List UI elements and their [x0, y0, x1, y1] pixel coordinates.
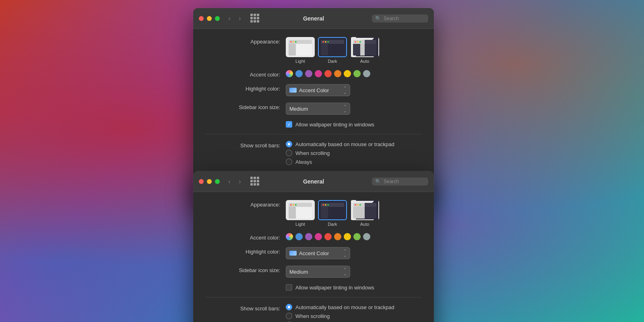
- thumb-main: [328, 207, 344, 219]
- sidebar-icon-size-value-top: Medium: [289, 106, 308, 112]
- scroll-auto-radio-bottom[interactable]: [286, 304, 292, 310]
- scroll-auto-radio-top[interactable]: [286, 141, 292, 147]
- accent-yellow-bottom[interactable]: [344, 233, 351, 240]
- grid-dot: [250, 183, 253, 186]
- accent-pink-top[interactable]: [315, 70, 322, 77]
- wallpaper-tinting-checkbox-bottom[interactable]: [286, 284, 292, 291]
- auto-label-bottom: Auto: [360, 222, 369, 227]
- search-box-top[interactable]: 🔍 Search: [372, 14, 428, 23]
- appearance-dark-bottom[interactable]: Dark: [318, 200, 347, 227]
- accent-orange-bottom[interactable]: [334, 233, 341, 240]
- accent-colors-bottom: [286, 233, 370, 240]
- highlight-color-control-bottom: Accent Color ⌃⌄: [286, 247, 422, 259]
- scroll-auto-label-bottom: Automatically based on mouse or trackpad: [295, 304, 394, 310]
- wallpaper-tinting-checkbox-top[interactable]: ✓: [286, 121, 292, 128]
- scroll-always-radio-top[interactable]: [286, 159, 292, 165]
- show-scroll-bars-control-top: Automatically based on mouse or trackpad…: [286, 141, 422, 165]
- grid-dot: [254, 180, 256, 182]
- appearance-auto-bottom[interactable]: Auto: [350, 200, 379, 227]
- appearance-dark-thumb-bottom: [318, 200, 347, 220]
- highlight-swatch-bottom: [289, 251, 297, 256]
- accent-red-bottom[interactable]: [324, 233, 332, 240]
- maximize-button-top[interactable]: [215, 16, 220, 21]
- scroll-always-label-top: Always: [295, 159, 312, 165]
- forward-button-bottom[interactable]: ›: [236, 178, 244, 186]
- grid-dot: [257, 183, 259, 186]
- minimize-button-top[interactable]: [207, 16, 212, 21]
- accent-purple-bottom[interactable]: [305, 233, 312, 240]
- accent-gray-bottom[interactable]: [363, 233, 370, 240]
- highlight-color-dropdown-top[interactable]: Accent Color ⌃⌄: [286, 84, 350, 96]
- wallpaper-tinting-control-top: ✓ Allow wallpaper tinting in windows: [286, 121, 422, 128]
- content-bottom: Appearance:: [193, 192, 434, 322]
- scroll-always-row-top[interactable]: Always: [286, 159, 394, 165]
- scroll-when-radio-bottom[interactable]: [286, 313, 292, 319]
- thumb-window: [353, 40, 376, 56]
- search-icon-bottom: 🔍: [375, 179, 381, 184]
- nav-buttons-bottom: ‹ ›: [225, 178, 244, 186]
- search-placeholder-top: Search: [384, 16, 399, 21]
- appearance-auto-top[interactable]: Auto: [350, 37, 379, 64]
- back-button-bottom[interactable]: ‹: [225, 178, 233, 186]
- appearance-options-top: Light: [286, 37, 422, 64]
- appearance-label-top: Appearance:: [205, 37, 286, 45]
- sidebar-icon-size-row-top: Sidebar icon size: Medium ⌃⌄: [205, 103, 422, 115]
- accent-blue-top[interactable]: [295, 70, 303, 77]
- divider-top: [205, 134, 422, 134]
- show-scroll-bars-label-top: Show scroll bars:: [205, 141, 286, 149]
- thumb-window: [353, 203, 376, 219]
- show-scroll-bars-radio-group-bottom: Automatically based on mouse or trackpad…: [286, 304, 394, 322]
- scroll-auto-row-top[interactable]: Automatically based on mouse or trackpad: [286, 141, 394, 147]
- accent-red-top[interactable]: [324, 70, 332, 77]
- maximize-button-bottom[interactable]: [215, 179, 220, 184]
- close-button-top[interactable]: [199, 16, 204, 21]
- accent-green-bottom[interactable]: [353, 233, 361, 240]
- grid-icon-top[interactable]: [250, 14, 260, 23]
- sidebar-icon-size-dropdown-bottom[interactable]: Medium ⌃⌄: [286, 266, 350, 278]
- scroll-when-row-top[interactable]: When scrolling: [286, 150, 394, 156]
- accent-multicolor-top[interactable]: [286, 70, 293, 77]
- wallpaper-tinting-label-bottom: Allow wallpaper tinting in windows: [295, 285, 374, 291]
- grid-icon-bottom[interactable]: [250, 177, 260, 186]
- appearance-dark-top[interactable]: Dark: [318, 37, 347, 64]
- thumb-sidebar: [353, 44, 360, 56]
- dropdown-arrow-top: ⌃⌄: [343, 86, 347, 95]
- forward-button-top[interactable]: ›: [236, 14, 244, 23]
- accent-green-top[interactable]: [353, 70, 361, 77]
- appearance-label-bottom: Appearance:: [205, 200, 286, 208]
- accent-pink-bottom[interactable]: [315, 233, 322, 240]
- scroll-when-row-bottom[interactable]: When scrolling: [286, 313, 394, 319]
- titlebar-bottom: ‹ › General 🔍 Search: [193, 171, 434, 192]
- accent-color-control-bottom: [286, 233, 422, 240]
- search-box-bottom[interactable]: 🔍 Search: [372, 178, 428, 186]
- appearance-row-bottom: Appearance:: [205, 200, 422, 227]
- accent-yellow-top[interactable]: [344, 70, 351, 77]
- grid-dot: [250, 14, 253, 16]
- highlight-color-dropdown-bottom[interactable]: Accent Color ⌃⌄: [286, 247, 350, 259]
- accent-gray-top[interactable]: [363, 70, 370, 77]
- thumb-content: [321, 207, 344, 219]
- divider-bottom: [205, 297, 422, 297]
- appearance-light-thumb-bottom: [286, 200, 315, 220]
- sidebar-icon-size-dropdown-top[interactable]: Medium ⌃⌄: [286, 103, 350, 115]
- thumb-dot-r: [322, 41, 324, 43]
- thumb-titlebar: [321, 40, 344, 44]
- appearance-light-bottom[interactable]: Light: [286, 200, 315, 227]
- accent-multicolor-bottom[interactable]: [286, 233, 293, 240]
- grid-dot: [250, 177, 253, 179]
- highlight-color-row-bottom: Highlight color: Accent Color ⌃⌄: [205, 247, 422, 259]
- scroll-when-radio-top[interactable]: [286, 150, 292, 156]
- close-button-bottom[interactable]: [199, 179, 204, 184]
- scroll-auto-row-bottom[interactable]: Automatically based on mouse or trackpad: [286, 304, 394, 310]
- minimize-button-bottom[interactable]: [207, 179, 212, 184]
- thumb-dot-y: [325, 41, 326, 43]
- grid-dot: [257, 17, 259, 19]
- grid-dot: [254, 14, 256, 16]
- accent-blue-bottom[interactable]: [295, 233, 303, 240]
- grid-dot: [254, 17, 256, 19]
- appearance-light-top[interactable]: Light: [286, 37, 315, 64]
- back-button-top[interactable]: ‹: [225, 14, 233, 23]
- accent-purple-top[interactable]: [305, 70, 312, 77]
- accent-orange-top[interactable]: [334, 70, 341, 77]
- thumb-dot-r: [355, 204, 356, 206]
